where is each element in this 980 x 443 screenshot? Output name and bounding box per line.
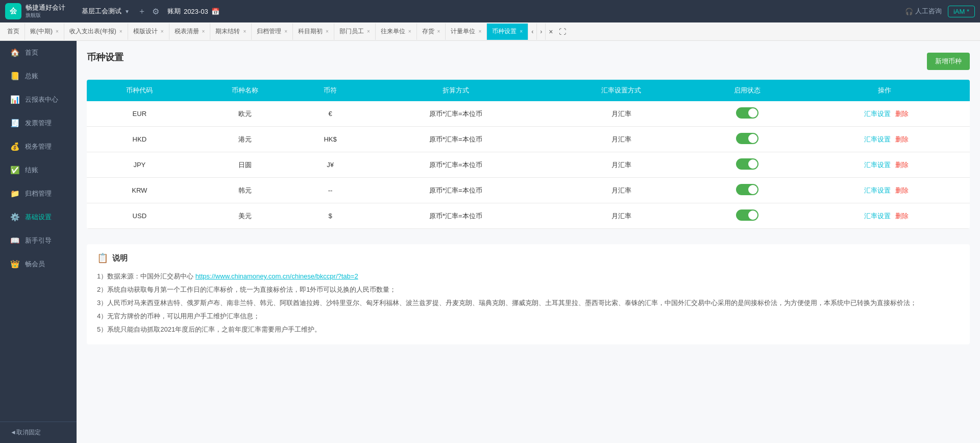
currency-table: 币种代码 币种名称 币符 折算方式 汇率设置方式 启用状态 操作 EUR 欧元 … (87, 80, 970, 229)
settings-icon[interactable]: ⚙ (152, 7, 159, 16)
sidebar-item-ledger[interactable]: 📒 总账 (0, 64, 77, 88)
new-currency-button[interactable]: 新增币种 (927, 53, 970, 70)
cell-name: 日圆 (192, 152, 298, 178)
cell-symbol: $ (298, 203, 363, 229)
tab-inventory[interactable]: 存货 × (417, 24, 446, 40)
toggle-thumb (748, 211, 757, 220)
sidebar-item-archive[interactable]: 📁 归档管理 (0, 182, 77, 205)
tab-period[interactable]: 账(中期) × (25, 24, 64, 40)
tab-income[interactable]: 收入支出表(年报) × (64, 24, 128, 40)
note-item-4: 4）无官方牌价的币种，可以用用户手工维护汇率信息； (97, 310, 960, 323)
close-icon[interactable]: × (243, 29, 246, 34)
cell-code: EUR (87, 101, 192, 127)
rate-settings-link[interactable]: 汇率设置 (864, 212, 891, 220)
close-icon[interactable]: × (161, 29, 164, 34)
support-button[interactable]: 🎧 人工咨询 (905, 7, 942, 16)
app-logo-icon: 会 (5, 3, 21, 19)
tab-label: 税表清册 (175, 27, 199, 36)
tab-expand-button[interactable]: ⛶ (556, 24, 569, 40)
tab-unit[interactable]: 计量单位 × (446, 24, 487, 40)
add-icon[interactable]: ＋ (138, 6, 146, 17)
close-icon[interactable]: × (119, 29, 122, 34)
note-item-1: 1）数据来源：中国外汇交易中心 https://www.chinamoney.c… (97, 270, 960, 283)
notes-title: 📋 说明 (97, 252, 960, 264)
sidebar-item-invoice[interactable]: 🧾 发票管理 (0, 111, 77, 135)
tab-label: 币种设置 (492, 27, 517, 36)
close-icon[interactable]: × (56, 29, 59, 34)
close-icon[interactable]: × (408, 29, 411, 34)
tab-subject[interactable]: 科目期初 × (293, 24, 334, 40)
company-selector[interactable]: 基层工会测试 ▼ (82, 7, 130, 16)
delete-link[interactable]: 删除 (895, 212, 909, 220)
sidebar-pin-toggle[interactable]: ◄取消固定 (0, 422, 77, 443)
cell-symbol: -- (298, 178, 363, 203)
tab-label: 计量单位 (451, 27, 475, 36)
sidebar-item-label: 发票管理 (25, 119, 52, 128)
rate-settings-link[interactable]: 汇率设置 (864, 186, 891, 194)
sidebar-item-home[interactable]: 🏠 首页 (0, 41, 77, 64)
tab-archive[interactable]: 归档管理 × (252, 24, 293, 40)
rate-settings-link[interactable]: 汇率设置 (864, 161, 891, 169)
delete-link[interactable]: 删除 (895, 161, 909, 169)
notes-link[interactable]: https://www.chinamoney.com.cn/chinese/bk… (195, 272, 358, 280)
notes-icon: 📋 (97, 252, 108, 264)
cell-name: 港元 (192, 127, 298, 152)
toggle-switch[interactable] (736, 209, 758, 221)
th-name: 币种名称 (192, 80, 298, 101)
rate-settings-link[interactable]: 汇率设置 (864, 110, 891, 118)
cell-rate-method: 月汇率 (549, 101, 695, 127)
tab-currency[interactable]: 币种设置 × (487, 24, 528, 40)
tab-next-button[interactable]: › (537, 24, 546, 40)
cell-rate-method: 月汇率 (549, 127, 695, 152)
tab-counterparty[interactable]: 往来单位 × (376, 24, 417, 40)
delete-link[interactable]: 删除 (895, 110, 909, 118)
tab-label: 往来单位 (381, 27, 405, 36)
tax-icon: 💰 (10, 142, 20, 151)
close-icon[interactable]: × (437, 29, 440, 34)
logo-area: 会 畅捷通好会计 旗舰版 (5, 3, 82, 19)
close-icon[interactable]: × (326, 29, 329, 34)
sidebar-item-checkout[interactable]: ✅ 结账 (0, 158, 77, 182)
notes-section: 📋 说明 1）数据来源：中国外汇交易中心 https://www.chinamo… (87, 244, 970, 344)
cell-actions: 汇率设置 删除 (800, 101, 970, 127)
tab-dept[interactable]: 部门员工 × (334, 24, 376, 40)
close-icon[interactable]: × (284, 29, 287, 34)
sidebar-item-guide[interactable]: 📖 新手引导 (0, 229, 77, 252)
delete-link[interactable]: 删除 (895, 135, 909, 143)
note-item-2: 2）系统自动获取每月第一个工作日的汇率标价，统一为直接标价法，即1外币可以兑换的… (97, 283, 960, 296)
toggle-switch[interactable] (736, 158, 758, 170)
cell-code: KRW (87, 178, 192, 203)
main-layout: 🏠 首页 📒 总账 📊 云报表中心 🧾 发票管理 💰 税务管理 ✅ 结账 📁 归… (0, 41, 980, 443)
top-bar-actions: ＋ ⚙ (138, 6, 159, 17)
tab-template[interactable]: 模版设计 × (128, 24, 169, 40)
tab-close-all-button[interactable]: × (546, 24, 556, 40)
sidebar-item-member[interactable]: 👑 畅会员 (0, 252, 77, 276)
tab-prev-button[interactable]: ‹ (528, 24, 537, 40)
toggle-switch[interactable] (736, 133, 758, 144)
close-icon[interactable]: × (367, 29, 370, 34)
cell-code: USD (87, 203, 192, 229)
sidebar-item-basic[interactable]: ⚙️ 基础设置 (0, 205, 77, 229)
sidebar-item-reports[interactable]: 📊 云报表中心 (0, 88, 77, 111)
rate-settings-link[interactable]: 汇率设置 (864, 135, 891, 143)
close-icon[interactable]: × (202, 29, 205, 34)
close-icon[interactable]: × (520, 29, 523, 34)
tab-label: 首页 (7, 27, 19, 36)
tab-period-end[interactable]: 期末结转 × (210, 24, 252, 40)
cell-actions: 汇率设置 删除 (800, 152, 970, 178)
delete-link[interactable]: 删除 (895, 186, 909, 194)
top-bar: 会 畅捷通好会计 旗舰版 基层工会测试 ▼ ＋ ⚙ 账期 2023-03 📅 🎧… (0, 0, 980, 22)
period-area: 账期 2023-03 📅 (167, 7, 219, 16)
sidebar-item-label: 畅会员 (25, 260, 45, 269)
close-icon[interactable]: × (478, 29, 481, 34)
app-sub: 旗舰版 (26, 12, 65, 19)
toggle-switch[interactable] (736, 184, 758, 195)
tab-home[interactable]: 首页 (2, 24, 25, 40)
top-bar-right: 🎧 人工咨询 iAM * (905, 6, 975, 17)
calendar-icon[interactable]: 📅 (211, 8, 219, 15)
sidebar-item-tax[interactable]: 💰 税务管理 (0, 135, 77, 158)
tab-tax[interactable]: 税表清册 × (169, 24, 211, 40)
cell-status (694, 152, 800, 178)
account-button[interactable]: iAM * (948, 6, 975, 17)
toggle-switch[interactable] (736, 107, 758, 119)
